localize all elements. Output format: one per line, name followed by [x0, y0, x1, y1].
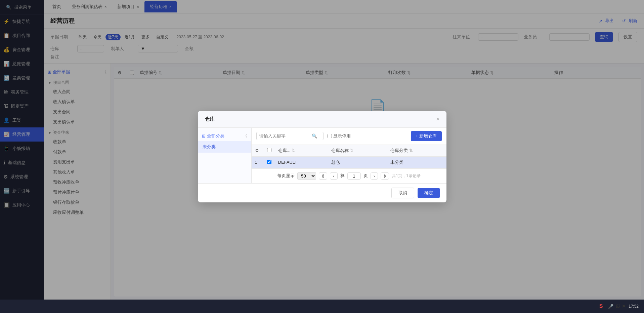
modal-footer: 取消 确定 [198, 183, 446, 202]
grid-modal-icon: ⊞ [202, 133, 206, 139]
modal-first-page-btn[interactable]: ⟪ [319, 172, 327, 180]
row-index: 1 [252, 156, 264, 168]
modal-th-name: 仓库名称 ⇅ [328, 145, 387, 157]
row-code: DEFAULT [275, 156, 328, 168]
row-select-checkbox[interactable] [267, 160, 271, 164]
sort-code-icon[interactable]: ⇅ [292, 148, 295, 153]
taskbar-icon-dot: · [605, 304, 606, 309]
modal-close-button[interactable]: × [436, 116, 440, 123]
modal-title: 仓库 [205, 116, 215, 122]
modal-page-input[interactable] [347, 172, 361, 180]
confirm-button[interactable]: 确定 [418, 188, 440, 198]
modal-th-checkbox [264, 145, 275, 157]
sort-name-icon[interactable]: ⇅ [350, 148, 353, 153]
taskbar-icon-flag: ⚑ [622, 304, 626, 309]
modal-toolbar: 🔍 显示停用 + 新增仓库 [252, 128, 446, 145]
add-warehouse-button[interactable]: + 新增仓库 [411, 131, 441, 141]
modal-all-label[interactable]: 全部分类 [207, 133, 224, 139]
modal-left-header: ⊞ 全部分类 《 [198, 131, 251, 141]
taskbar-icon-s: S [599, 303, 603, 309]
row-category: 未分类 [387, 156, 446, 168]
modal-th-code: 仓库... ⇅ [275, 145, 328, 157]
sort-category-icon[interactable]: ⇅ [409, 148, 413, 153]
taskbar-icon-img: 🖼 [615, 304, 620, 309]
search-icon: 🔍 [312, 133, 317, 139]
cancel-button[interactable]: 取消 [391, 188, 414, 198]
modal-select-all[interactable] [267, 148, 271, 152]
modal-body: ⊞ 全部分类 《 未分类 🔍 [198, 128, 446, 183]
show-disabled-label[interactable]: 显示停用 [328, 133, 351, 139]
uncategorized-label: 未分类 [203, 144, 216, 149]
modal-last-page-btn[interactable]: ⟫ [381, 172, 389, 180]
taskbar-icon-mic: 🎤 [608, 304, 613, 309]
modal-category-uncategorized[interactable]: 未分类 [198, 141, 251, 153]
warehouse-modal: 仓库 × ⊞ 全部分类 《 未分类 [198, 111, 446, 202]
modal-collapse-icon[interactable]: 《 [243, 133, 247, 139]
show-disabled-text: 显示停用 [333, 133, 351, 139]
modal-per-page-label: 每页显示 [277, 173, 295, 179]
modal-th-settings[interactable]: ⚙ [252, 145, 264, 157]
taskbar: S · 🎤 🖼 ⚑ 17:52 [0, 300, 644, 313]
taskbar-time: 17:52 [629, 304, 639, 309]
modal-pager: 每页显示 50 100 ⟪ ‹ 算 页 › ⟫ 共1页，1条记录 [252, 168, 446, 183]
modal-search-box: 🔍 [256, 132, 324, 140]
modal-overlay: 仓库 × ⊞ 全部分类 《 未分类 [0, 0, 644, 313]
modal-total-info: 共1页，1条记录 [392, 173, 420, 179]
modal-next-page-btn[interactable]: › [371, 172, 378, 180]
show-disabled-checkbox[interactable] [328, 134, 332, 138]
modal-left-panel: ⊞ 全部分类 《 未分类 [198, 128, 252, 183]
modal-right-panel: 🔍 显示停用 + 新增仓库 ⚙ [252, 128, 446, 183]
modal-th-category: 仓库分类 ⇅ [387, 145, 446, 157]
modal-page-suffix: 页 [363, 173, 368, 179]
modal-header: 仓库 × [198, 111, 446, 128]
modal-per-page-select[interactable]: 50 100 [297, 172, 316, 180]
row-checkbox[interactable] [264, 156, 275, 168]
taskbar-icons: S · 🎤 🖼 ⚑ [599, 303, 626, 309]
row-name: 总仓 [328, 156, 387, 168]
modal-table: ⚙ 仓库... ⇅ 仓库名称 ⇅ [252, 145, 446, 168]
modal-prev-page-btn[interactable]: ‹ [330, 172, 337, 180]
modal-search-input[interactable] [259, 133, 310, 139]
modal-table-header-row: ⚙ 仓库... ⇅ 仓库名称 ⇅ [252, 145, 446, 157]
table-row[interactable]: 1 DEFAULT 总仓 未分类 [252, 156, 446, 168]
modal-page-label: 算 [340, 173, 345, 179]
